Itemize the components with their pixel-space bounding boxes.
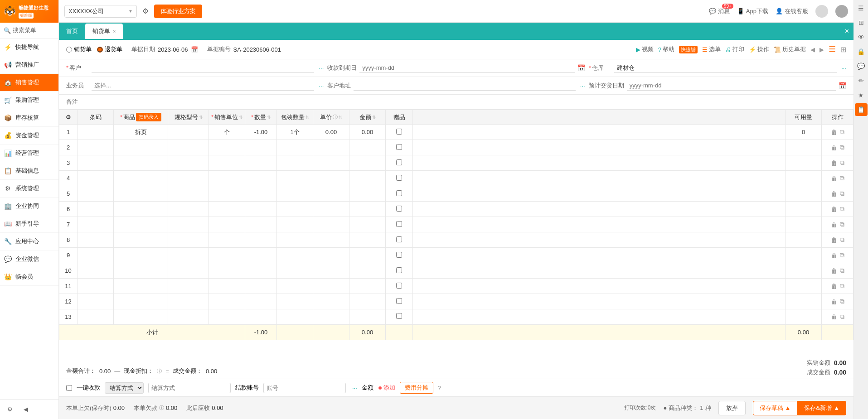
cell-remark-8[interactable] <box>413 248 786 263</box>
cell-remark-3[interactable] <box>413 171 786 186</box>
due-date-calendar-icon[interactable]: 📅 <box>577 64 585 72</box>
cell-amount-8[interactable] <box>349 248 386 263</box>
cell-unit-2[interactable] <box>209 155 245 171</box>
sidebar-search[interactable]: 🔍 搜索菜单 <box>0 23 58 39</box>
cell-product-11[interactable] <box>114 294 168 309</box>
cell-unit-4[interactable] <box>209 186 245 202</box>
gift-checkbox-8[interactable] <box>396 252 402 258</box>
tool-ops[interactable]: ⚡ 操作 <box>749 45 769 53</box>
cell-pkgqty-8[interactable] <box>277 248 313 263</box>
right-edit-icon[interactable]: ✏ <box>855 74 868 87</box>
delete-row-btn-1[interactable]: 🗑 <box>831 144 837 151</box>
gift-checkbox-4[interactable] <box>396 190 402 196</box>
cell-remark-12[interactable] <box>413 309 786 325</box>
cell-pkgqty-7[interactable] <box>277 232 313 248</box>
cell-product-4[interactable] <box>114 186 168 202</box>
cell-spec-10[interactable] <box>168 279 209 294</box>
copy-row-btn-11[interactable]: ⧉ <box>840 298 844 305</box>
customer-addr-dots[interactable]: ··· <box>580 82 585 89</box>
cell-unit-10[interactable] <box>209 279 245 294</box>
th-settings[interactable]: ⚙ <box>59 110 78 125</box>
cell-qty-3[interactable] <box>245 171 277 186</box>
sidebar-collapse-btn[interactable]: ◀ <box>20 402 32 416</box>
cell-price-0[interactable]: 0.00 <box>313 125 349 140</box>
cell-amount-4[interactable] <box>349 186 386 202</box>
nav-next-icon[interactable]: ▶ <box>820 46 824 53</box>
sidebar-item-capital[interactable]: 💰 资金管理 <box>0 127 58 144</box>
cell-price-6[interactable] <box>313 217 349 232</box>
cell-spec-0[interactable] <box>168 125 209 140</box>
cell-barcode-3[interactable] <box>78 171 114 186</box>
cell-barcode-12[interactable] <box>78 309 114 325</box>
tab-home[interactable]: 首页 <box>59 24 85 39</box>
cell-pkgqty-10[interactable] <box>277 279 313 294</box>
right-lock-icon[interactable]: 🔒 <box>855 45 868 58</box>
cell-product-6[interactable] <box>114 217 168 232</box>
customer-dots[interactable]: ··· <box>319 65 324 72</box>
copy-row-btn-12[interactable]: ⧉ <box>840 313 844 321</box>
cell-spec-2[interactable] <box>168 155 209 171</box>
warehouse-input[interactable] <box>614 63 837 73</box>
cell-qty-0[interactable]: -1.00 <box>245 125 277 140</box>
sidebar-item-apps[interactable]: 🔧 应用中心 <box>0 233 58 250</box>
view-list-icon[interactable]: ☰ <box>829 44 836 54</box>
sidebar-item-wechat[interactable]: 💬 企业微信 <box>0 250 58 268</box>
abandon-btn[interactable]: 放弃 <box>718 401 746 415</box>
sidebar-item-guide[interactable]: 📖 新手引导 <box>0 215 58 233</box>
copy-row-btn-5[interactable]: ⧉ <box>840 205 844 213</box>
delete-row-btn-11[interactable]: 🗑 <box>831 298 837 305</box>
tool-help[interactable]: ? 帮助 <box>658 45 674 53</box>
cell-barcode-6[interactable] <box>78 217 114 232</box>
cell-unit-5[interactable] <box>209 202 245 217</box>
cell-gift-2[interactable] <box>386 155 413 171</box>
cell-spec-6[interactable] <box>168 217 209 232</box>
cell-price-11[interactable] <box>313 294 349 309</box>
cell-qty-12[interactable] <box>245 309 277 325</box>
nav-prev-icon[interactable]: ◀ <box>810 46 815 53</box>
delete-row-btn-5[interactable]: 🗑 <box>831 206 837 213</box>
sidebar-item-quick-nav[interactable]: ⚡ 快捷导航 <box>0 39 58 56</box>
copy-row-btn-1[interactable]: ⧉ <box>840 144 844 151</box>
cell-pkgqty-3[interactable] <box>277 171 313 186</box>
cell-pkgqty-5[interactable] <box>277 202 313 217</box>
product-type-icon[interactable]: ● <box>663 405 667 411</box>
cell-gift-12[interactable] <box>386 309 413 325</box>
cell-price-12[interactable] <box>313 309 349 325</box>
copy-row-btn-8[interactable]: ⧉ <box>840 251 844 259</box>
cell-unit-11[interactable] <box>209 294 245 309</box>
customer-addr-input[interactable] <box>354 81 575 91</box>
cell-product-10[interactable] <box>114 279 168 294</box>
cell-price-3[interactable] <box>313 171 349 186</box>
cell-barcode-8[interactable] <box>78 248 114 263</box>
cell-qty-9[interactable] <box>245 263 277 279</box>
tool-history[interactable]: 📜 历史单据 <box>774 45 806 53</box>
cell-gift-1[interactable] <box>386 140 413 155</box>
gift-checkbox-7[interactable] <box>396 236 402 242</box>
gift-checkbox-12[interactable] <box>396 313 402 319</box>
cell-spec-11[interactable] <box>168 294 209 309</box>
cell-pkgqty-4[interactable] <box>277 186 313 202</box>
expected-delivery-calendar-icon[interactable]: 📅 <box>839 82 846 89</box>
copy-row-btn-10[interactable]: ⧉ <box>840 282 844 290</box>
cell-price-9[interactable] <box>313 263 349 279</box>
notes-input[interactable] <box>92 97 846 106</box>
cell-remark-0[interactable] <box>413 125 786 140</box>
right-action-icon[interactable]: 📋 <box>855 103 868 116</box>
cell-gift-10[interactable] <box>386 279 413 294</box>
cell-pkgqty-9[interactable] <box>277 263 313 279</box>
copy-row-btn-4[interactable]: ⧉ <box>840 190 844 197</box>
radio-sales[interactable]: 销货单 <box>66 45 92 53</box>
tool-video[interactable]: ▶ 视频 <box>636 45 654 53</box>
cell-gift-7[interactable] <box>386 232 413 248</box>
cell-spec-3[interactable] <box>168 171 209 186</box>
copy-row-btn-0[interactable]: ⧉ <box>840 128 844 136</box>
cell-qty-11[interactable] <box>245 294 277 309</box>
cell-qty-1[interactable] <box>245 140 277 155</box>
message-btn[interactable]: 💬 消息 99+ <box>709 7 730 15</box>
cell-remark-4[interactable] <box>413 186 786 202</box>
save-new-btn[interactable]: 保存&新增 ▲ <box>797 401 846 415</box>
settings-gear-btn[interactable]: ⚙ <box>141 7 150 15</box>
sidebar-item-inventory[interactable]: 📦 库存核算 <box>0 109 58 127</box>
cell-amount-2[interactable] <box>349 155 386 171</box>
cell-unit-1[interactable] <box>209 140 245 155</box>
